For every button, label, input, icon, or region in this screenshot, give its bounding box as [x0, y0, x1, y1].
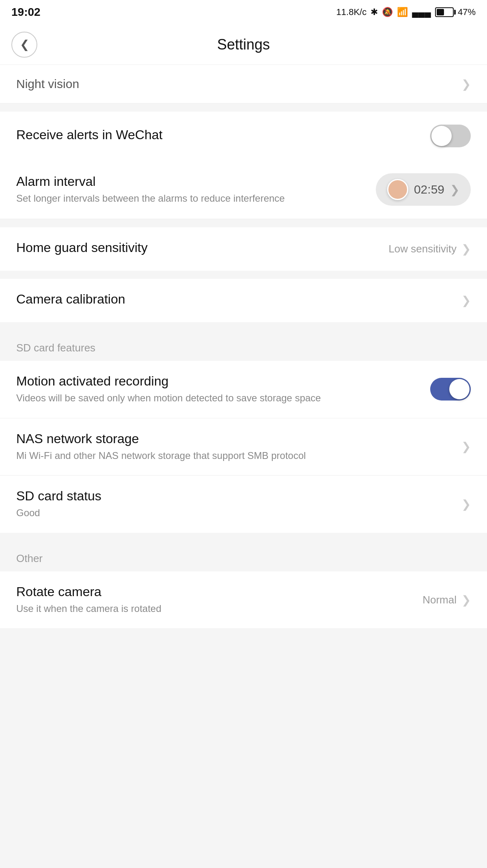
wechat-alerts-toggle-knob — [431, 126, 452, 146]
rotate-camera-title: Rotate camera — [16, 584, 414, 599]
divider-3 — [0, 271, 487, 279]
home-guard-row[interactable]: Home guard sensitivity Low sensitivity ❯ — [0, 227, 487, 271]
wifi-icon: 📶 — [397, 7, 408, 17]
rotate-camera-left: Rotate camera Use it when the camera is … — [16, 584, 422, 616]
home-guard-section: Home guard sensitivity Low sensitivity ❯ — [0, 227, 487, 271]
motion-recording-toggle-knob — [449, 379, 470, 399]
camera-calibration-section: Camera calibration ❯ — [0, 279, 487, 322]
sd-card-status-row[interactable]: SD card status Good ❯ — [0, 476, 487, 533]
status-bar: 19:02 11.8K/c ✱ 🔕 📶 ▄▄▄ 47% — [0, 0, 487, 24]
motion-recording-row: Motion activated recording Videos will b… — [0, 361, 487, 418]
alarm-time-value: 02:59 — [414, 183, 444, 196]
nas-storage-chevron: ❯ — [461, 440, 471, 453]
wechat-alerts-toggle[interactable] — [430, 125, 471, 147]
alarm-interval-row[interactable]: Alarm interval Set longer intervals betw… — [0, 160, 487, 219]
camera-calibration-title: Camera calibration — [16, 292, 453, 307]
sd-card-status-chevron: ❯ — [461, 498, 471, 511]
sd-card-status-title: SD card status — [16, 489, 453, 504]
rotate-camera-subtitle: Use it when the camera is rotated — [16, 602, 414, 616]
battery-percent: 47% — [458, 7, 476, 17]
signal-icon: ▄▄▄ — [412, 7, 431, 17]
alarm-interval-title: Alarm interval — [16, 174, 368, 189]
silent-icon: 🔕 — [382, 7, 393, 17]
other-section-label: Other — [0, 541, 487, 571]
nas-storage-title: NAS network storage — [16, 431, 453, 446]
sd-card-section: Motion activated recording Videos will b… — [0, 361, 487, 533]
home-guard-value: Low sensitivity — [388, 243, 457, 255]
back-button[interactable]: ❮ — [11, 32, 37, 58]
motion-recording-right — [430, 378, 471, 401]
rotate-camera-chevron: ❯ — [461, 593, 471, 607]
camera-calibration-row[interactable]: Camera calibration ❯ — [0, 279, 487, 322]
wechat-alerts-left: Receive alerts in WeChat — [16, 127, 430, 145]
status-time: 19:02 — [11, 6, 41, 19]
home-guard-right: Low sensitivity ❯ — [388, 242, 471, 256]
night-vision-section: Night vision ❯ — [0, 65, 487, 103]
other-section: Rotate camera Use it when the camera is … — [0, 571, 487, 629]
motion-recording-subtitle: Videos will be saved only when motion de… — [16, 391, 422, 405]
night-vision-row[interactable]: Night vision ❯ — [0, 65, 487, 103]
page-title: Settings — [217, 36, 270, 53]
night-vision-chevron: ❯ — [461, 78, 471, 91]
alarm-knob — [387, 179, 408, 200]
wechat-alerts-right — [430, 125, 471, 147]
wechat-alerts-title: Receive alerts in WeChat — [16, 127, 422, 142]
sd-card-status-subtitle: Good — [16, 506, 453, 520]
battery-fill — [437, 9, 444, 15]
status-icons: 11.8K/c ✱ 🔕 📶 ▄▄▄ 47% — [336, 7, 476, 17]
alarm-interval-badge[interactable]: 02:59 ❯ — [376, 173, 471, 206]
nas-storage-right: ❯ — [461, 440, 471, 453]
header: ❮ Settings — [0, 24, 487, 65]
alarm-chevron-icon: ❯ — [450, 183, 459, 196]
nas-storage-row[interactable]: NAS network storage Mi Wi-Fi and other N… — [0, 418, 487, 476]
camera-calibration-left: Camera calibration — [16, 292, 461, 309]
divider-5 — [0, 533, 487, 541]
camera-calibration-right: ❯ — [461, 294, 471, 307]
wechat-alerts-row: Receive alerts in WeChat — [0, 112, 487, 160]
alarm-interval-left: Alarm interval Set longer intervals betw… — [16, 174, 376, 205]
sd-card-status-left: SD card status Good — [16, 489, 461, 520]
nas-storage-subtitle: Mi Wi-Fi and other NAS network storage t… — [16, 449, 453, 463]
divider-4 — [0, 322, 487, 330]
camera-calibration-chevron: ❯ — [461, 294, 471, 307]
wechat-alerts-section: Receive alerts in WeChat — [0, 112, 487, 160]
motion-recording-title: Motion activated recording — [16, 374, 422, 389]
battery-icon — [435, 7, 454, 17]
divider-1 — [0, 103, 487, 112]
rotate-camera-value: Normal — [422, 594, 457, 606]
motion-recording-toggle[interactable] — [430, 378, 471, 401]
sd-card-status-right: ❯ — [461, 498, 471, 511]
rotate-camera-row[interactable]: Rotate camera Use it when the camera is … — [0, 571, 487, 629]
rotate-camera-right: Normal ❯ — [422, 593, 471, 607]
nas-storage-left: NAS network storage Mi Wi-Fi and other N… — [16, 431, 461, 463]
divider-2 — [0, 219, 487, 227]
home-guard-title: Home guard sensitivity — [16, 240, 380, 255]
alarm-interval-section: Alarm interval Set longer intervals betw… — [0, 160, 487, 219]
back-arrow-icon: ❮ — [20, 39, 29, 50]
bluetooth-icon: ✱ — [371, 7, 378, 17]
night-vision-label: Night vision — [16, 77, 79, 91]
network-speed: 11.8K/c — [336, 7, 367, 17]
home-guard-left: Home guard sensitivity — [16, 240, 388, 258]
home-guard-chevron: ❯ — [461, 242, 471, 256]
sd-card-section-label: SD card features — [0, 330, 487, 361]
alarm-interval-subtitle: Set longer intervals between the alarms … — [16, 192, 368, 205]
motion-recording-left: Motion activated recording Videos will b… — [16, 374, 430, 405]
